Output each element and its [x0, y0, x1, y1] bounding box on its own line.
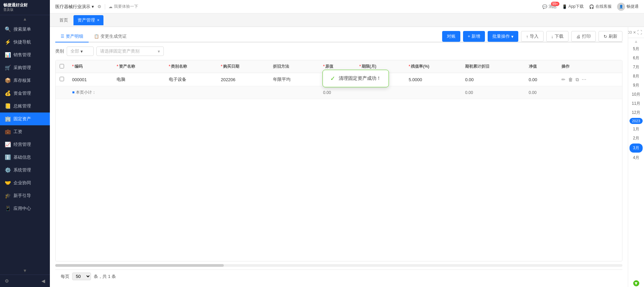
- year-group-2023: 2023 1月 2月 3月 4月: [628, 118, 644, 162]
- month-8[interactable]: 8月: [628, 72, 644, 81]
- sidebar-item-ledger[interactable]: 📒 总账管理: [0, 100, 50, 113]
- delete-icon[interactable]: 🗑: [568, 77, 573, 82]
- month-2[interactable]: 2月: [628, 134, 644, 143]
- filter-category-value: 全部: [70, 48, 79, 54]
- experience-icon: ☁: [109, 4, 113, 9]
- filter-input-arrow: ▾: [158, 49, 160, 54]
- month-3[interactable]: 3月: [630, 144, 643, 153]
- row-checkbox[interactable]: [60, 77, 64, 81]
- settings-icon[interactable]: ⚙: [5, 278, 9, 284]
- sidebar-item-system[interactable]: ⚙️ 系统管理: [0, 164, 50, 177]
- sidebar-item-operation[interactable]: 📈 经营管理: [0, 138, 50, 151]
- subtab-asset-list[interactable]: ☰ 资产明细: [55, 31, 89, 42]
- sidebar-item-salary[interactable]: 💼 工资: [0, 125, 50, 138]
- scroll-down-btn[interactable]: ▼: [628, 280, 644, 287]
- tab-home[interactable]: 首页: [55, 15, 72, 25]
- more-icon[interactable]: ⋯: [582, 77, 586, 82]
- sidebar-item-guide[interactable]: 🎓 新手引导: [0, 189, 50, 202]
- th-checkbox: [56, 60, 68, 73]
- salary-icon: 💼: [5, 129, 11, 135]
- sidebar-bottom: ⚙ ◀: [0, 275, 50, 287]
- month-4[interactable]: 4月: [628, 153, 644, 162]
- refresh-btn[interactable]: ↻ 刷新: [599, 31, 622, 42]
- tab-asset-management[interactable]: 资产管理 ×: [73, 15, 103, 25]
- month-5[interactable]: 5月: [628, 44, 644, 54]
- table-row: 000001 电脑 电子设备 202206 年限平均 ✓ 清理固定资产成功！: [56, 73, 622, 86]
- filter-category-input[interactable]: 请选择固定资产类别 ▾: [96, 46, 164, 56]
- scrollbar-container: [55, 261, 622, 269]
- right-sidebar-close-icon[interactable]: ×: [633, 30, 636, 35]
- topbar-divider: [105, 4, 105, 9]
- sidebar-label-operation: 经营管理: [13, 141, 31, 148]
- horizontal-scrollbar[interactable]: [55, 264, 622, 267]
- sidebar-item-app-center[interactable]: 📱 应用中心: [0, 202, 50, 215]
- sidebar-item-basic-info[interactable]: ℹ️ 基础信息: [0, 151, 50, 164]
- per-page-select[interactable]: 50 100 200: [72, 273, 91, 280]
- batch-btn[interactable]: 批量操作 ▾: [488, 31, 518, 42]
- edit-icon[interactable]: ✏: [561, 77, 565, 82]
- sidebar-item-finance[interactable]: 💰 资金管理: [0, 87, 50, 100]
- print-btn[interactable]: 🖨 打印: [571, 31, 596, 42]
- right-sidebar-expand-icon[interactable]: ⛶: [637, 30, 642, 35]
- app-download-btn[interactable]: 📱 App下载: [562, 4, 584, 9]
- filter-category-select[interactable]: 全部 ▾: [67, 46, 94, 56]
- sidebar-label-salary: 工资: [13, 129, 22, 135]
- guide-icon: 🎓: [5, 193, 11, 199]
- table-wrap[interactable]: *编码 *资产名称 *类别名称 *购买日期 折旧方法 *原值 *期限(月) *残…: [55, 60, 622, 261]
- sidebar-item-enterprise[interactable]: 🤝 企业协同: [0, 177, 50, 189]
- select-all-checkbox[interactable]: [60, 64, 64, 68]
- copy-icon[interactable]: ⧉: [576, 77, 579, 83]
- sidebar-label-app-center: 应用中心: [13, 205, 31, 212]
- asset-table: *编码 *资产名称 *类别名称 *购买日期 折旧方法 *原值 *期限(月) *残…: [56, 60, 622, 99]
- toast-message: 清理固定资产成功！: [339, 75, 381, 82]
- scroll-up-btn[interactable]: ▲: [628, 38, 644, 44]
- month-1[interactable]: 1月: [628, 125, 644, 134]
- subtotal-label-cell: ■ 本页小计：: [68, 86, 319, 99]
- down-arrow-icon: ▼: [633, 280, 639, 286]
- sidebar-scroll-down[interactable]: ▼: [0, 267, 50, 275]
- company-selector[interactable]: 医疗器械行业演示 ▾: [55, 4, 94, 10]
- sidebar-item-sales[interactable]: 📊 销售管理: [0, 49, 50, 61]
- sidebar-item-quick-nav[interactable]: ⚡ 快捷导航: [0, 36, 50, 49]
- download-label: 下载: [555, 33, 563, 39]
- messages-btn[interactable]: 💬 消息 99+: [542, 4, 557, 9]
- toast-check-icon: ✓: [330, 75, 335, 82]
- total-text: 条，共 1 条: [94, 274, 116, 280]
- month-12[interactable]: 12月: [628, 108, 644, 117]
- tab-home-label: 首页: [59, 18, 68, 23]
- sidebar-item-search[interactable]: 🔍 搜索菜单: [0, 23, 50, 36]
- topbar-settings-icon[interactable]: ⚙: [97, 4, 101, 9]
- experience-text: 我要体验一下: [114, 4, 138, 9]
- download-btn[interactable]: ↓ 下载: [546, 31, 569, 42]
- content-main: ☰ 资产明细 📋 变更生成凭证 对账 + 新增 批量操作 ▾ ↑: [50, 27, 628, 287]
- sidebar-item-inventory[interactable]: 📦 库存核算: [0, 74, 50, 87]
- export-btn[interactable]: ↑ 导入: [521, 31, 544, 42]
- month-9[interactable]: 9月: [628, 81, 644, 90]
- subtotal-initial: 0.00: [461, 86, 524, 99]
- inventory-icon: 📦: [5, 77, 11, 84]
- messages-badge: 99+: [551, 2, 559, 6]
- collapse-icon[interactable]: ◀: [41, 278, 45, 284]
- subtab-change-voucher[interactable]: 📋 变更生成凭证: [89, 31, 132, 42]
- app-title: 畅捷通好业财: [3, 3, 47, 7]
- download-icon: ↓: [551, 34, 554, 39]
- tab-close-icon[interactable]: ×: [97, 18, 99, 23]
- month-10[interactable]: 10月: [628, 90, 644, 99]
- user-area[interactable]: 👤 畅捷通: [617, 3, 639, 11]
- month-7[interactable]: 7月: [628, 63, 644, 72]
- filter-category-placeholder: 请选择固定资产类别: [100, 48, 140, 54]
- experience-btn[interactable]: ☁ 我要体验一下: [109, 4, 138, 9]
- online-service-label: 在线客服: [595, 4, 612, 9]
- online-service-icon: 🎧: [589, 4, 594, 9]
- month-6[interactable]: 6月: [628, 54, 644, 63]
- new-btn[interactable]: + 新增: [463, 31, 485, 42]
- sidebar-scroll-up[interactable]: ▲: [0, 15, 50, 23]
- sidebar-item-purchase[interactable]: 🛒 采购管理: [0, 61, 50, 74]
- th-action: 操作: [557, 60, 622, 73]
- account-btn[interactable]: 对账: [442, 31, 460, 42]
- month-11[interactable]: 11月: [628, 99, 644, 108]
- sidebar-item-fixed-assets[interactable]: 🏢 固定资产: [0, 113, 50, 125]
- online-service-btn[interactable]: 🎧 在线客服: [589, 4, 612, 9]
- subtabs: ☰ 资产明细 📋 变更生成凭证 对账 + 新增 批量操作 ▾ ↑: [55, 31, 622, 42]
- row-purchase-date: 202206: [217, 73, 269, 86]
